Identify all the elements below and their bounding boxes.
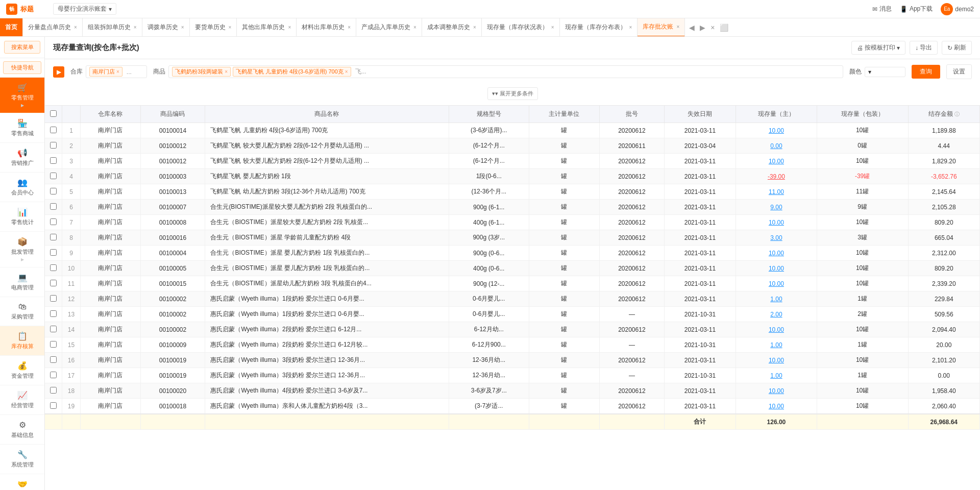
row-checkbox[interactable] [50, 402, 57, 409]
warehouse-tag-nanan-close[interactable]: × [116, 69, 119, 75]
setting-btn[interactable]: 设置 [946, 64, 972, 79]
cell-checkbox[interactable] [45, 399, 62, 414]
cell-qty-main[interactable]: 10.00 [736, 322, 817, 337]
cell-qty-main[interactable]: 1.00 [736, 337, 817, 353]
cell-checkbox[interactable] [45, 215, 62, 230]
row-checkbox[interactable] [50, 295, 57, 302]
tabs-prev-icon[interactable]: ◀ [687, 22, 697, 33]
cell-checkbox[interactable] [45, 154, 62, 169]
sidebar-item-system[interactable]: 🔧 系统管理 [0, 445, 44, 474]
refresh-btn[interactable]: ↻ 刷新 [942, 41, 972, 55]
row-checkbox[interactable] [50, 218, 57, 225]
row-checkbox[interactable] [50, 173, 57, 179]
row-checkbox[interactable] [50, 372, 57, 378]
tab-home[interactable]: 首页 [0, 18, 23, 37]
cell-checkbox[interactable] [45, 246, 62, 261]
cell-checkbox[interactable] [45, 230, 62, 246]
cell-qty-main[interactable]: 1.00 [736, 368, 817, 383]
cell-checkbox[interactable] [45, 307, 62, 322]
cell-checkbox[interactable] [45, 169, 62, 184]
sidebar-item-operations[interactable]: 📈 经营管理 [0, 385, 44, 415]
sidebar-item-retail[interactable]: 🛒 零售管理 ▶ [0, 78, 44, 113]
sidebar-item-finance[interactable]: 💰 资金管理 [0, 356, 44, 385]
cell-checkbox[interactable] [45, 261, 62, 276]
search-btn[interactable]: 查询 [912, 65, 940, 79]
cell-qty-main[interactable]: 2.00 [736, 307, 817, 322]
template-print-btn[interactable]: 🖨 按模板打印 ▾ [851, 41, 905, 55]
sidebar-item-member[interactable]: 👥 会员中心 [0, 173, 44, 202]
tab-other-outbound[interactable]: 其他出库单历史 × [237, 18, 297, 37]
product-tag-container[interactable]: 飞鹤奶粉3段两罐装 × 飞鹤星飞帆 儿童奶粉 4段(3-6岁适用) 700克 ×… [168, 65, 843, 78]
tab-disassemble[interactable]: 组装拆卸单历史 × [83, 18, 142, 37]
product-tag-2-close[interactable]: × [345, 69, 348, 75]
sidebar-item-retail-shop[interactable]: 🏪 零售商城 [0, 113, 44, 143]
cell-qty-main[interactable]: 10.00 [736, 261, 817, 276]
product-more[interactable]: 飞... [353, 67, 369, 76]
cell-qty-main[interactable]: 10.00 [736, 215, 817, 230]
cell-checkbox[interactable] [45, 383, 62, 399]
tab-cost-adjustment-close[interactable]: × [473, 24, 476, 30]
tab-other-outbound-close[interactable]: × [288, 24, 291, 30]
tab-transfer-close[interactable]: × [181, 24, 184, 30]
filter-arrow-btn[interactable]: ▶ [53, 66, 64, 78]
cell-checkbox[interactable] [45, 322, 62, 337]
tab-material-outbound[interactable]: 材料出库单历史 × [297, 18, 356, 37]
industry-select[interactable]: 母婴行业演示账套 ▾ [53, 3, 116, 15]
product-tag-1-close[interactable]: × [225, 69, 228, 75]
tab-split-inventory[interactable]: 分量盘点单历史 × [23, 18, 83, 37]
tab-disassemble-close[interactable]: × [134, 24, 137, 30]
cell-qty-main[interactable]: 0.00 [736, 138, 817, 154]
cell-qty-main[interactable]: 3.00 [736, 230, 817, 246]
row-checkbox[interactable] [50, 326, 57, 332]
tab-inventory-status-close[interactable]: × [551, 24, 554, 30]
cell-checkbox[interactable] [45, 200, 62, 215]
cell-qty-main[interactable]: 10.00 [736, 154, 817, 169]
cell-qty-main[interactable]: 9.00 [736, 200, 817, 215]
tab-inventory-distribution-close[interactable]: × [629, 24, 632, 30]
app-download-btn[interactable]: 📱 App下载 [900, 5, 933, 13]
row-checkbox[interactable] [50, 310, 57, 317]
select-all-checkbox[interactable] [50, 110, 57, 117]
tab-material-outbound-close[interactable]: × [348, 24, 351, 30]
tabs-next-icon[interactable]: ▶ [698, 22, 707, 33]
cell-checkbox[interactable] [45, 123, 62, 138]
sidebar-item-wholesale[interactable]: 📦 批发管理 ▶ [0, 232, 44, 267]
sidebar-item-enterprise[interactable]: 🤝 企业协同 [0, 474, 44, 490]
tab-inventory-distribution[interactable]: 现存量（库存分布表） × [560, 18, 638, 37]
cell-checkbox[interactable] [45, 276, 62, 291]
cell-qty-main[interactable]: 1.00 [736, 291, 817, 307]
row-checkbox[interactable] [50, 157, 57, 164]
row-checkbox[interactable] [50, 387, 57, 394]
cell-checkbox[interactable] [45, 353, 62, 368]
message-btn[interactable]: ✉ 消息 [872, 5, 892, 13]
tab-split-inventory-close[interactable]: × [74, 24, 77, 30]
row-checkbox[interactable] [50, 142, 57, 149]
tabs-close-icon[interactable]: × [708, 22, 717, 33]
cell-qty-main[interactable]: 10.00 [736, 246, 817, 261]
tab-inventory-status[interactable]: 现存量（库存状况表） × [482, 18, 560, 37]
sidebar-item-inventory[interactable]: 📋 库存核算 [0, 326, 44, 356]
warehouse-more[interactable]: ... [125, 68, 134, 76]
cell-qty-main[interactable]: 10.00 [736, 123, 817, 138]
tabs-maximize-icon[interactable]: ⬜ [718, 22, 730, 33]
sidebar-item-marketing[interactable]: 📢 营销推广 [0, 143, 44, 173]
row-checkbox[interactable] [50, 203, 57, 210]
warehouse-tag-container[interactable]: 南岸门店 × ... [86, 65, 147, 78]
row-checkbox[interactable] [50, 280, 57, 286]
cell-checkbox[interactable] [45, 337, 62, 353]
row-checkbox[interactable] [50, 127, 57, 133]
tab-transfer[interactable]: 调拨单历史 × [142, 18, 190, 37]
row-checkbox[interactable] [50, 341, 57, 348]
amount-info-icon[interactable]: ⓘ [954, 111, 960, 117]
tab-product-inbound[interactable]: 产成品入库单历史 × [356, 18, 422, 37]
cell-qty-main[interactable]: 10.00 [736, 276, 817, 291]
cell-qty-main[interactable]: 10.00 [736, 383, 817, 399]
sidebar-item-basic[interactable]: ⚙ 基础信息 [0, 415, 44, 445]
sidebar-nav-btn[interactable]: 快捷导航 [3, 61, 41, 74]
cell-checkbox[interactable] [45, 368, 62, 383]
row-checkbox[interactable] [50, 249, 57, 256]
cell-checkbox[interactable] [45, 291, 62, 307]
row-checkbox[interactable] [50, 234, 57, 240]
cell-qty-main[interactable]: 10.00 [736, 353, 817, 368]
export-btn[interactable]: ↓ 导出 [910, 41, 938, 55]
